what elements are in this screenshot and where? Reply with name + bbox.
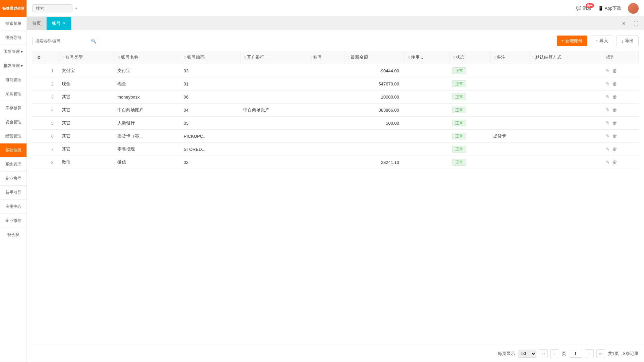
sidebar-item-wholesale[interactable]: 批发管理 ▾ xyxy=(0,59,26,73)
status-badge: 正常 xyxy=(452,94,466,100)
cell-balance: 500.00 xyxy=(344,117,405,130)
edit-icon[interactable]: ✎ xyxy=(606,120,610,126)
sidebar-item-wechat[interactable]: 企业微信 xyxy=(0,214,26,228)
delete-icon[interactable]: 🗑 xyxy=(612,133,617,139)
cell-actions: ✎ 🗑 xyxy=(603,64,638,77)
cell-code: 05 xyxy=(181,117,241,130)
app-logo: 畅捷通财生意 xyxy=(0,0,26,17)
edit-icon[interactable]: ✎ xyxy=(606,107,610,113)
export-button[interactable]: ↓ 导出 xyxy=(616,36,639,46)
cell-type: 其它 xyxy=(59,104,115,117)
cell-code: 06 xyxy=(181,90,241,104)
first-page-button[interactable]: ⏮ xyxy=(539,349,548,358)
delete-icon[interactable]: 🗑 xyxy=(612,81,617,86)
search-icon[interactable]: 🔍 xyxy=(91,39,96,44)
cell-remark xyxy=(490,77,529,90)
sidebar-item-retail[interactable]: 零售管理 ▾ xyxy=(0,45,26,59)
table-row: 3 其它 moneybosx 06 10000.00 正常 ✎ 🗑 xyxy=(32,90,639,104)
delete-icon[interactable]: 🗑 xyxy=(612,107,617,113)
col-type[interactable]: ⇅账号类型 xyxy=(59,51,115,64)
col-code[interactable]: ⇅账号编码 xyxy=(181,51,241,64)
prev-page-button[interactable]: ‹ xyxy=(550,349,559,358)
edit-icon[interactable]: ✎ xyxy=(606,146,610,152)
sidebar-item-quick-nav[interactable]: 快捷导航 xyxy=(0,31,26,45)
status-badge: 正常 xyxy=(452,80,466,87)
edit-icon[interactable]: ✎ xyxy=(606,68,610,73)
cell-num: 3 xyxy=(46,90,59,104)
sidebar-item-operations[interactable]: 经营管理 xyxy=(0,129,26,143)
user-avatar[interactable] xyxy=(628,3,639,14)
page-size-select[interactable]: 50 100 xyxy=(518,350,536,358)
cell-code: 04 xyxy=(181,104,241,117)
cell-num: 2 xyxy=(46,77,59,90)
topbar-chevron-icon[interactable]: ▾ xyxy=(75,6,77,11)
phone-icon: 📱 xyxy=(598,6,603,11)
col-status[interactable]: ⇅状态 xyxy=(449,51,490,64)
col-balance[interactable]: ⇅最新余额 xyxy=(344,51,405,64)
cell-default-payment xyxy=(529,143,603,156)
cell-settings xyxy=(32,156,46,169)
cell-settings xyxy=(32,90,46,104)
tab-account[interactable]: 账号 ✕ xyxy=(47,17,71,30)
next-page-button[interactable]: › xyxy=(585,349,594,358)
sidebar-item-inventory[interactable]: 库存核算 xyxy=(0,101,26,115)
tab-expand-button[interactable]: ⛶ xyxy=(631,19,641,28)
edit-icon[interactable]: ✎ xyxy=(606,81,610,86)
cell-balance: 383866.00 xyxy=(344,104,405,117)
col-account[interactable]: ⇅账号 xyxy=(307,51,344,64)
edit-icon[interactable]: ✎ xyxy=(606,133,610,139)
cell-default-payment xyxy=(529,90,603,104)
cell-default-payment xyxy=(529,77,603,90)
col-bank[interactable]: ⇅开户银行 xyxy=(240,51,307,64)
page-number-input[interactable] xyxy=(569,350,582,358)
tab-close-button[interactable]: ✕ xyxy=(619,19,629,28)
delete-icon[interactable]: 🗑 xyxy=(612,68,617,73)
col-name[interactable]: ⇅账号名称 xyxy=(115,51,181,64)
add-account-button[interactable]: + 新增账号 xyxy=(557,36,587,46)
edit-icon[interactable]: ✎ xyxy=(606,160,610,165)
table-row: 8 微信 微信 02 28241.10 正常 ✎ 🗑 xyxy=(32,156,639,169)
sidebar-item-ecommerce[interactable]: 电商管理 xyxy=(0,73,26,87)
cell-remark xyxy=(490,117,529,130)
table-row: 5 其它 大新银行 05 500.00 正常 ✎ 🗑 xyxy=(32,117,639,130)
sidebar-item-system[interactable]: 系统管理 xyxy=(0,158,26,172)
sidebar-item-search-menu[interactable]: 搜索菜单 xyxy=(0,17,26,31)
cell-account xyxy=(307,77,344,90)
cell-remark xyxy=(490,64,529,77)
col-remark[interactable]: ⇅备注 xyxy=(490,51,529,64)
tab-account-close[interactable]: ✕ xyxy=(63,21,66,25)
col-settings[interactable]: ⚙ xyxy=(32,51,46,64)
cell-remark xyxy=(490,90,529,104)
col-usage[interactable]: ⇅使用... xyxy=(405,51,449,64)
tab-bar-actions: ✕ ⛶ xyxy=(619,19,644,28)
cell-usage xyxy=(405,90,449,104)
search-input[interactable] xyxy=(35,39,91,43)
tab-home[interactable]: 首页 xyxy=(27,17,47,30)
topbar-app-download[interactable]: 📱 App下载 xyxy=(598,5,621,11)
cell-remark xyxy=(490,156,529,169)
edit-icon[interactable]: ✎ xyxy=(606,94,610,100)
cell-type: 其它 xyxy=(59,130,115,143)
delete-icon[interactable]: 🗑 xyxy=(612,120,617,126)
last-page-button[interactable]: ⏭ xyxy=(596,349,605,358)
sidebar-item-purchase[interactable]: 采购管理 xyxy=(0,87,26,101)
delete-icon[interactable]: 🗑 xyxy=(612,146,617,152)
delete-icon[interactable]: 🗑 xyxy=(612,94,617,100)
toolbar-right: + 新增账号 ↑ 导入 ↓ 导出 xyxy=(557,36,639,46)
sidebar-item-member[interactable]: 畅会员 xyxy=(0,228,26,242)
sidebar-item-guide[interactable]: 新手引导 xyxy=(0,186,26,200)
delete-icon[interactable]: 🗑 xyxy=(612,160,617,165)
sidebar-item-finance[interactable]: 资金管理 xyxy=(0,115,26,129)
col-default-payment[interactable]: ⇅默认结算方式 xyxy=(529,51,603,64)
sidebar-item-company[interactable]: 企业协同 xyxy=(0,172,26,186)
tab-bar: 首页 账号 ✕ ✕ ⛶ xyxy=(27,17,644,30)
topbar-search-input[interactable] xyxy=(32,4,72,12)
cell-bank xyxy=(240,64,307,77)
cell-usage xyxy=(405,104,449,117)
sidebar-item-basic-info[interactable]: 基础信息 xyxy=(0,143,26,158)
topbar-message[interactable]: 💬 消息 99+ xyxy=(576,5,591,11)
sidebar-item-app-center[interactable]: 应用中心 xyxy=(0,200,26,214)
cell-code: STORED... xyxy=(181,143,241,156)
cell-name: 零售抵现 xyxy=(115,143,181,156)
import-button[interactable]: ↑ 导入 xyxy=(591,36,613,46)
